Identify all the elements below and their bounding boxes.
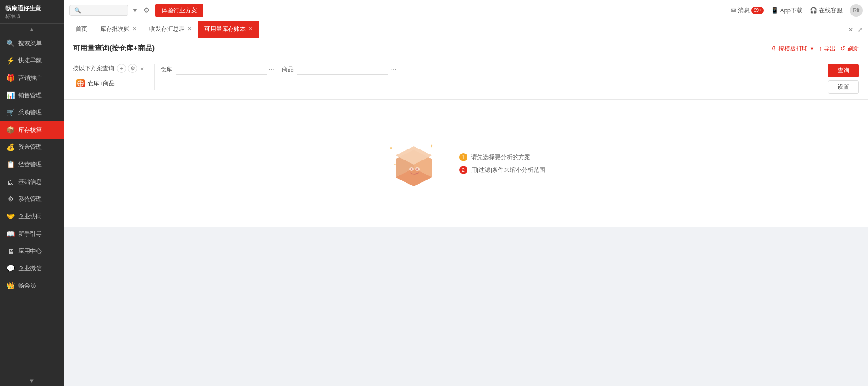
marketing-icon: 🎁: [6, 74, 15, 82]
message-icon: ✉: [731, 7, 736, 14]
tip-text-1: 请先选择要分析的方案: [471, 153, 530, 161]
tab-summary-close-icon[interactable]: ✕: [188, 26, 192, 32]
search-icon: 🔍: [6, 39, 15, 47]
phone-icon: 📱: [771, 7, 778, 14]
sidebar-item-basic-info[interactable]: 🗂 基础信息: [0, 173, 64, 190]
refresh-icon: ↺: [840, 45, 845, 52]
export-btn[interactable]: ↑ 导出: [819, 45, 836, 53]
tab-close-all-icon[interactable]: ✕: [848, 26, 853, 33]
export-label: 导出: [824, 45, 836, 53]
tab-batch-close-icon[interactable]: ✕: [132, 26, 137, 32]
sidebar-item-member[interactable]: 👑 畅会员: [0, 277, 64, 294]
refresh-label: 刷新: [847, 45, 859, 53]
topbar-dropdown-icon[interactable]: ▼: [132, 7, 138, 14]
tab-available-close-icon[interactable]: ✕: [249, 26, 253, 32]
message-label: 消息: [738, 6, 750, 15]
sidebar-item-search[interactable]: 🔍 搜索菜单: [0, 35, 64, 52]
sidebar-item-label: 采购管理: [18, 108, 42, 117]
tip-text-2: 用[过滤]条件来缩小分析范围: [471, 166, 545, 174]
goods-input[interactable]: [297, 64, 388, 75]
sidebar: 畅康通好生意 标准版 ▲ 🔍 搜索菜单 ⚡ 快捷导航 🎁 营销推广 📊 销售管理…: [0, 0, 64, 386]
svg-point-14: [416, 168, 418, 170]
scheme-collapse-btn[interactable]: «: [139, 64, 146, 73]
sidebar-item-enterprise[interactable]: 🤝 企业协同: [0, 208, 64, 225]
sidebar-scroll-up[interactable]: ▲: [0, 24, 64, 35]
app-download-item[interactable]: 📱 App下载: [771, 6, 802, 15]
warehouse-input[interactable]: [176, 64, 267, 75]
tab-summary-label: 收发存汇总表: [149, 25, 185, 33]
sidebar-scroll-down[interactable]: ▼: [0, 375, 64, 386]
query-button[interactable]: 查询: [828, 64, 859, 77]
sidebar-nav: 🔍 搜索菜单 ⚡ 快捷导航 🎁 营销推广 📊 销售管理 🛒 采购管理 📦 库存核…: [0, 35, 64, 375]
tip-item-1: 1 请先选择要分析的方案: [459, 153, 545, 161]
scheme-panel: 按以下方案查询 + ⚙ « 仓库+商品: [73, 64, 155, 90]
scheme-item-warehouse-goods[interactable]: 仓库+商品: [73, 77, 149, 90]
user-avatar: Rit: [850, 4, 863, 17]
print-icon: 🖨: [771, 45, 777, 52]
page-actions: 🖨 按模板打印 ▼ ↑ 导出 ↺ 刷新: [771, 45, 859, 53]
sidebar-item-label: 经营管理: [18, 160, 42, 169]
tab-home[interactable]: 首页: [69, 21, 94, 38]
sidebar-item-marketing[interactable]: 🎁 营销推广: [0, 69, 64, 87]
print-dropdown-icon[interactable]: ▼: [810, 46, 815, 51]
sidebar-item-inventory[interactable]: 📦 库存核算: [0, 121, 64, 139]
online-service-item[interactable]: 🎧 在线客服: [810, 6, 843, 15]
empty-state: ✦ ✦ ✦ 1 请先选择要分析的方案: [64, 100, 868, 227]
message-item[interactable]: ✉ 消息 99+: [731, 6, 764, 15]
tip-item-2: 2 用[过滤]条件来缩小分析范围: [459, 166, 545, 174]
tab-batch[interactable]: 库存批次账 ✕: [94, 21, 143, 38]
tab-batch-label: 库存批次账: [100, 25, 130, 33]
filter-actions: 查询 设置: [828, 64, 859, 94]
scheme-header-label: 按以下方案查询: [73, 64, 114, 72]
goods-field: 商品 ···: [282, 64, 396, 75]
sidebar-item-label: 快捷导航: [18, 57, 42, 65]
main-area: 🔍 ▼ ⚙ 体验行业方案 ✉ 消息 99+ 📱 App下载 🎧 在线客服 Rit: [64, 0, 868, 386]
tabbar: 首页 库存批次账 ✕ 收发存汇总表 ✕ 可用量库存账本 ✕ ✕ ⤢: [64, 21, 868, 38]
sidebar-item-sales[interactable]: 📊 销售管理: [0, 87, 64, 104]
sidebar-item-shortcut[interactable]: ⚡ 快捷导航: [0, 52, 64, 69]
tab-summary[interactable]: 收发存汇总表 ✕: [143, 21, 198, 38]
sidebar-item-label: 基础信息: [18, 178, 42, 186]
basic-info-icon: 🗂: [6, 178, 15, 186]
finance-icon: 💰: [6, 143, 15, 151]
sidebar-item-app-center[interactable]: 🖥 应用中心: [0, 242, 64, 260]
sidebar-item-finance[interactable]: 💰 资金管理: [0, 139, 64, 156]
enterprise-icon: 🤝: [6, 212, 15, 221]
empty-state-inner: ✦ ✦ ✦ 1 请先选择要分析的方案: [386, 136, 545, 191]
refresh-btn[interactable]: ↺ 刷新: [840, 45, 859, 53]
industry-btn[interactable]: 体验行业方案: [155, 4, 203, 17]
guide-icon: 📖: [6, 230, 15, 238]
content-area: 可用量查询(按仓库+商品) 🖨 按模板打印 ▼ ↑ 导出 ↺ 刷新: [64, 38, 868, 386]
settings-button[interactable]: 设置: [828, 80, 859, 94]
sidebar-item-wechat[interactable]: 💬 企业微信: [0, 260, 64, 277]
add-scheme-btn[interactable]: +: [117, 64, 126, 73]
warehouse-field: 仓库 ···: [160, 64, 274, 75]
goods-label: 商品: [282, 65, 294, 73]
sidebar-item-label: 资金管理: [18, 143, 42, 151]
filter-fields: 仓库 ··· 商品 ···: [160, 64, 821, 75]
app-download-label: App下载: [780, 6, 802, 15]
svg-text:✦: ✦: [430, 144, 433, 149]
topbar-gear-icon[interactable]: ⚙: [142, 4, 152, 16]
user-item[interactable]: Rit: [850, 4, 863, 17]
tab-home-label: 首页: [76, 25, 87, 33]
sidebar-item-system[interactable]: ⚙ 系统管理: [0, 190, 64, 208]
tab-available[interactable]: 可用量库存账本 ✕: [198, 21, 259, 38]
sales-icon: 📊: [6, 91, 15, 99]
sidebar-item-guide[interactable]: 📖 新手引导: [0, 225, 64, 242]
sidebar-item-operations[interactable]: 📋 经营管理: [0, 156, 64, 173]
sidebar-item-purchase[interactable]: 🛒 采购管理: [0, 104, 64, 121]
tab-expand-icon[interactable]: ⤢: [857, 26, 863, 33]
sidebar-item-label: 系统管理: [18, 195, 42, 203]
sidebar-item-label: 畅会员: [18, 282, 36, 290]
filter-area: 按以下方案查询 + ⚙ « 仓库+商品: [64, 58, 868, 100]
goods-more-icon[interactable]: ···: [390, 65, 396, 73]
warehouse-more-icon[interactable]: ···: [269, 65, 274, 73]
inventory-icon: 📦: [6, 126, 15, 134]
print-btn[interactable]: 🖨 按模板打印 ▼: [771, 45, 815, 53]
system-icon: ⚙: [6, 195, 15, 203]
sidebar-item-label: 库存核算: [18, 126, 42, 134]
empty-tips: 1 请先选择要分析的方案 2 用[过滤]条件来缩小分析范围: [459, 153, 545, 174]
wechat-icon: 💬: [6, 264, 15, 273]
scheme-settings-btn[interactable]: ⚙: [128, 64, 137, 73]
